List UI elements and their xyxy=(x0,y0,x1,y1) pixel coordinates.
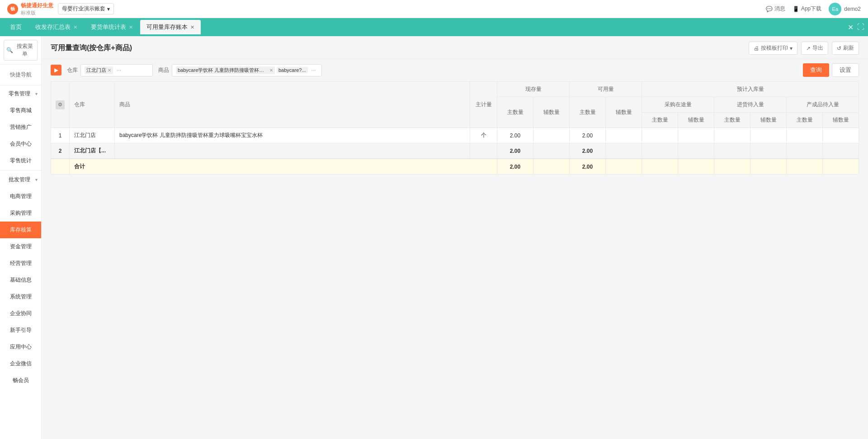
tab-available-stock[interactable]: 可用量库存账本 ✕ xyxy=(140,20,201,34)
sidebar-item-retail-mall[interactable]: 零售商城 xyxy=(0,102,41,119)
sidebar-item-finance-mgmt[interactable]: 资金管理 xyxy=(0,238,41,255)
warehouse-filter-label: 仓库 xyxy=(67,66,78,74)
group-row-warehouse: 江北门店【... xyxy=(70,143,115,159)
warehouse-more-dots[interactable]: ··· xyxy=(115,67,123,73)
th-settings: ⚙ xyxy=(51,82,70,128)
table-row: 1 江北门店 babycare学饮杯 儿童防摔防撞吸管杯重力球吸嘴杯宝宝水杯 个… xyxy=(51,128,859,143)
row-pt-main xyxy=(642,128,678,143)
row-warehouse: 江北门店 xyxy=(70,128,115,143)
product-more-dots[interactable]: ··· xyxy=(310,67,318,73)
search-icon: 🔍 xyxy=(6,47,13,53)
tab-close-all-icon[interactable]: ✕ xyxy=(848,23,854,32)
avatar: Ea xyxy=(829,3,841,15)
sidebar-item-system-mgmt[interactable]: 系统管理 xyxy=(0,288,41,305)
footer-prod-main xyxy=(787,159,823,175)
sidebar-item-basic-info[interactable]: 基础信息 xyxy=(0,272,41,288)
sidebar-item-member-center[interactable]: 会员中心 xyxy=(0,136,41,152)
settings-button[interactable]: 设置 xyxy=(832,63,859,77)
print-button[interactable]: 🖨 按模板打印 ▾ xyxy=(749,42,797,55)
sidebar-item-retail-mgmt[interactable]: 零售管理 ▾ xyxy=(0,85,41,102)
th-current-main: 主数量 xyxy=(497,97,533,128)
row-pt-aux xyxy=(678,128,714,143)
footer-available-main: 2.00 xyxy=(570,159,606,175)
sidebar-divider-1 xyxy=(0,170,41,170)
industry-select[interactable]: 母婴行业演示账套 ▾ xyxy=(58,3,114,14)
warehouse-tag: 江北门店 ✕ xyxy=(85,66,113,74)
sidebar-item-new-guide[interactable]: 新手引导 xyxy=(0,322,41,339)
product-filter-input[interactable]: babycare学饮杯 儿童防摔防撞吸管杯重力球吸嘴杯宝宝水杯 ✕ babyca… xyxy=(172,64,322,76)
sidebar: 🔍 搜索菜单 快捷导航 零售管理 ▾ 零售商城 营销推广 会员中心 xyxy=(0,36,42,439)
group-row-pp-main xyxy=(714,143,750,159)
tab-home[interactable]: 首页 xyxy=(4,20,28,34)
sidebar-item-marketing[interactable]: 营销推广 xyxy=(0,119,41,136)
table-area: ⚙ 仓库 商品 主计量 现存量 xyxy=(42,81,868,439)
message-button[interactable]: 💬 消息 xyxy=(766,5,785,13)
tab-order-stats[interactable]: 要货单统计表 ✕ xyxy=(85,20,139,34)
table-settings-icon[interactable]: ⚙ xyxy=(56,100,65,109)
top-bar: 畅 畅捷通好生意 标准版 母婴行业演示账套 ▾ 💬 消息 📱 App下载 Ea … xyxy=(0,0,868,18)
sidebar-search-button[interactable]: 🔍 搜索菜单 xyxy=(4,40,38,61)
tab-available-stock-close[interactable]: ✕ xyxy=(190,24,194,30)
tab-receive-summary-label: 收发存汇总表 xyxy=(35,23,71,31)
app-download-button[interactable]: 📱 App下载 xyxy=(793,5,821,13)
refresh-button[interactable]: ↺ 刷新 xyxy=(832,42,859,55)
export-button[interactable]: ↗ 导出 xyxy=(801,42,828,55)
warehouse-filter-group: 仓库 江北门店 ✕ ··· xyxy=(67,64,153,76)
th-pt-main: 主数量 xyxy=(642,113,678,128)
group-row-prod-aux xyxy=(823,143,859,159)
row-unit: 个 xyxy=(470,128,497,143)
filter-expand-button[interactable]: ▶ xyxy=(51,65,61,76)
main-layout: 🔍 搜索菜单 快捷导航 零售管理 ▾ 零售商城 营销推广 会员中心 xyxy=(0,36,868,439)
group-row-current-main: 2.00 xyxy=(497,143,533,159)
sidebar-item-purchase-mgmt[interactable]: 采购管理 xyxy=(0,205,41,222)
row-pp-main xyxy=(714,128,750,143)
tab-bar: 首页 收发存汇总表 ✕ 要货单统计表 ✕ 可用量库存账本 ✕ ✕ ⛶ xyxy=(0,18,868,36)
sidebar-item-member[interactable]: 畅会员 xyxy=(0,372,41,389)
footer-pt-main xyxy=(642,159,678,175)
tab-available-stock-label: 可用量库存账本 xyxy=(146,23,188,31)
group-row-pp-aux xyxy=(750,143,787,159)
sidebar-item-operations-mgmt[interactable]: 经营管理 xyxy=(0,255,41,272)
th-current-aux: 辅数量 xyxy=(533,97,570,128)
th-available-aux: 辅数量 xyxy=(606,97,642,128)
sidebar-item-enterprise-collab[interactable]: 企业协同 xyxy=(0,305,41,322)
tab-order-stats-label: 要货单统计表 xyxy=(91,23,126,31)
sidebar-nav: 快捷导航 xyxy=(0,65,41,85)
brand-logo: 畅 畅捷通好生意 标准版 xyxy=(7,2,53,16)
query-button[interactable]: 查询 xyxy=(803,63,829,77)
th-prod-main: 主数量 xyxy=(787,113,823,128)
th-pt-aux: 辅数量 xyxy=(678,113,714,128)
tab-order-stats-close[interactable]: ✕ xyxy=(129,24,133,30)
product-tag-2: babycare?... xyxy=(277,67,308,73)
row-available-aux xyxy=(606,128,642,143)
sidebar-item-wholesale-mgmt[interactable]: 批发管理 ▾ xyxy=(0,171,41,188)
filter-actions: 查询 设置 xyxy=(803,63,859,77)
brand-label: 标准版 xyxy=(21,9,53,16)
tab-receive-summary[interactable]: 收发存汇总表 ✕ xyxy=(29,20,84,34)
sidebar-menu: 零售管理 ▾ 零售商城 营销推广 会员中心 零售统计 批发管理 ▾ 电商管理 xyxy=(0,85,41,389)
th-pp-aux: 辅数量 xyxy=(750,113,787,128)
sidebar-item-retail-stats[interactable]: 零售统计 xyxy=(0,152,41,169)
sidebar-item-inventory[interactable]: 库存核算 xyxy=(0,222,41,238)
page-header: 可用量查询(按仓库+商品) 🖨 按模板打印 ▾ ↗ 导出 ↺ 刷新 xyxy=(42,36,868,59)
sidebar-item-enterprise-wechat[interactable]: 企业微信 xyxy=(0,355,41,372)
sidebar-item-ecommerce-mgmt[interactable]: 电商管理 xyxy=(0,188,41,205)
user-menu-button[interactable]: Ea demo2 xyxy=(829,3,861,15)
tab-receive-summary-close[interactable]: ✕ xyxy=(73,24,77,30)
print-dropdown-icon: ▾ xyxy=(790,45,793,52)
group-row-prod-main xyxy=(787,143,823,159)
product-tag1-close[interactable]: ✕ xyxy=(269,68,273,73)
tab-fullscreen-icon[interactable]: ⛶ xyxy=(857,23,864,31)
sidebar-item-app-center[interactable]: 应用中心 xyxy=(0,339,41,355)
th-pp-main: 主数量 xyxy=(714,113,750,128)
sidebar-item-quick-nav[interactable]: 快捷导航 xyxy=(0,67,41,82)
tab-bar-controls: ✕ ⛶ xyxy=(848,23,864,32)
row-product: babycare学饮杯 儿童防摔防撞吸管杯重力球吸嘴杯宝宝水杯 xyxy=(115,128,470,143)
warehouse-filter-input[interactable]: 江北门店 ✕ ··· xyxy=(80,64,153,76)
th-available-main: 主数量 xyxy=(570,97,606,128)
row-prod-main xyxy=(787,128,823,143)
data-table: ⚙ 仓库 商品 主计量 现存量 xyxy=(51,81,859,175)
footer-available-aux xyxy=(606,159,642,175)
warehouse-tag-close[interactable]: ✕ xyxy=(108,68,111,73)
group-row-available-aux xyxy=(606,143,642,159)
